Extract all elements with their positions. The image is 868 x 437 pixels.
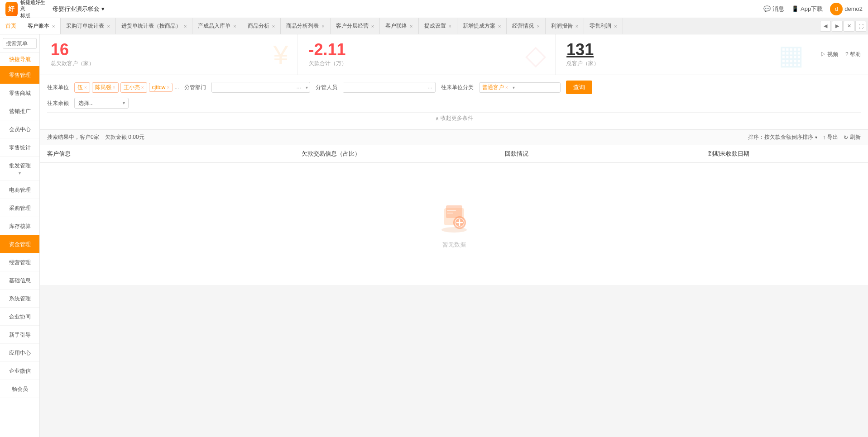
sidebar-item-basic-info[interactable]: 基础信息 (0, 271, 39, 290)
filter-tag-wang[interactable]: 王小亮 × (120, 82, 147, 93)
close-icon[interactable]: × (614, 24, 617, 29)
filter-tag-wu[interactable]: 伍 × (74, 82, 90, 93)
filter-category-input[interactable]: 普通客户 × ▾ (479, 82, 561, 93)
tab-operation[interactable]: 经营情况 × (507, 18, 545, 34)
tab-goods-analysis[interactable]: 商品分析 × (242, 18, 281, 34)
close-icon[interactable]: × (449, 24, 451, 29)
close-icon[interactable]: × (537, 24, 539, 29)
svg-rect-6 (447, 213, 453, 214)
sidebar-item-label: 零售商城 (3, 90, 37, 97)
filter-person-input[interactable]: ··· (343, 82, 436, 93)
avatar: d (830, 3, 843, 15)
sidebar-item-system[interactable]: 系统管理 (0, 290, 39, 308)
filter-dept-input[interactable]: ··· ▾ (211, 82, 310, 93)
sort-select[interactable]: 排序：按欠款金额倒序排序 ▾ (748, 133, 817, 141)
sidebar-item-changhui[interactable]: 畅会员 (0, 380, 39, 398)
tab-customer-contact[interactable]: 客户联络 × (380, 18, 418, 34)
tab-commission-settings[interactable]: 提成设置 × (419, 18, 457, 34)
query-button[interactable]: 查询 (566, 81, 592, 94)
logo-icon: 好 (5, 2, 18, 16)
more-options-icon[interactable]: ··· (425, 84, 435, 91)
sidebar-item-newbie[interactable]: 新手引导 (0, 326, 39, 344)
close-icon[interactable]: × (167, 85, 170, 90)
close-icon[interactable]: × (321, 24, 324, 29)
filter-label-balance: 往来余额 (47, 100, 69, 107)
sidebar-item-member-center[interactable]: 会员中心 (0, 120, 39, 138)
tab-purchase-order[interactable]: 采购订单统计表 × (61, 18, 115, 34)
tab-new-commission[interactable]: 新增提成方案 × (457, 18, 507, 34)
filter-balance-select[interactable]: 选择... (74, 98, 129, 109)
person-input-field[interactable] (343, 82, 425, 92)
tab-label: 采购订单统计表 (66, 22, 104, 30)
search-input[interactable] (3, 38, 37, 49)
close-icon[interactable]: × (184, 24, 187, 29)
sidebar-item-purchase[interactable]: 采购管理 (0, 199, 39, 217)
sidebar-item-marketing[interactable]: 营销推广 (0, 102, 39, 120)
close-icon[interactable]: × (498, 24, 501, 29)
message-action[interactable]: 💬 消息 (763, 5, 784, 13)
sidebar-item-finance[interactable]: 资金管理 (0, 235, 39, 253)
tab-retail-profit[interactable]: 零售利润 × (584, 18, 623, 34)
main-layout: 快捷导航 零售管理 零售商城 营销推广 会员中心 零售统计 批发管理 ▾ 电商管… (0, 34, 868, 437)
collapse-button[interactable]: ∧ 收起更多条件 (435, 114, 473, 122)
sidebar-item-retail-mall[interactable]: 零售商城 (0, 84, 39, 102)
stat-content-2: -2.11 欠款合计（万） (309, 42, 347, 67)
top-bar-right: 💬 消息 📱 App下载 d demo2 (763, 3, 863, 15)
tab-goods-analysis-list[interactable]: 商品分析列表 × (281, 18, 330, 34)
tab-product-warehouse[interactable]: 产成品入库单 × (192, 18, 242, 34)
sidebar-item-operations[interactable]: 经营管理 (0, 253, 39, 271)
filter-more-tags[interactable]: ... (174, 84, 179, 90)
tab-home[interactable]: 首页 (0, 18, 22, 34)
close-icon[interactable]: × (410, 24, 412, 29)
close-icon[interactable]: × (233, 24, 236, 29)
video-link[interactable]: ▷ 视频 (820, 51, 838, 58)
tab-goods-stat[interactable]: 进货单统计表（按商品） × (116, 18, 192, 34)
tab-customer-account[interactable]: 客户账本 × (22, 18, 61, 34)
nav-tabs-controls: ◀ ▶ ✕ ⛶ (818, 18, 868, 34)
tab-label: 客户联络 (385, 22, 407, 30)
sidebar-item-inventory[interactable]: 库存核算 (0, 217, 39, 235)
refresh-button[interactable]: ↻ 刷新 (844, 133, 861, 141)
nav-next-button[interactable]: ▶ (832, 21, 843, 32)
close-icon[interactable]: × (113, 85, 115, 90)
close-icon[interactable]: × (107, 24, 110, 29)
sidebar-item-label: 零售统计 (3, 144, 37, 152)
nav-expand-button[interactable]: ⛶ (855, 21, 866, 32)
sidebar-item-retail-mgmt[interactable]: 零售管理 (0, 66, 39, 84)
nav-close-all-button[interactable]: ✕ (844, 21, 854, 32)
help-link[interactable]: ? 帮助 (845, 51, 861, 58)
stat-bg-building-icon: ▦ (778, 39, 804, 71)
dept-input-field[interactable] (212, 82, 293, 92)
export-button[interactable]: ↑ 导出 (823, 133, 838, 141)
user-profile[interactable]: d demo2 (830, 3, 863, 15)
close-icon[interactable]: × (141, 85, 144, 90)
system-select[interactable]: 母婴行业演示帐套 ▾ (49, 3, 108, 15)
tab-customer-layer[interactable]: 客户分层经营 × (331, 18, 380, 34)
app-download-action[interactable]: 📱 App下载 (791, 5, 823, 13)
close-icon[interactable]: × (575, 24, 578, 29)
close-icon[interactable]: × (505, 85, 508, 90)
close-icon[interactable]: × (52, 24, 55, 29)
sidebar-item-enterprise[interactable]: 企业协同 (0, 308, 39, 326)
stat-label-debt: 欠款合计（万） (309, 60, 347, 67)
sidebar-item-ecommerce[interactable]: 电商管理 (0, 181, 39, 199)
tab-label: 经营情况 (512, 22, 534, 30)
sidebar-item-app-center[interactable]: 应用中心 (0, 344, 39, 362)
sidebar-item-enterprise-wechat[interactable]: 企业微信 (0, 362, 39, 380)
sidebar-item-wholesale[interactable]: 批发管理 ▾ (0, 157, 39, 181)
tab-profit-report[interactable]: 利润报告 × (546, 18, 584, 34)
close-icon[interactable]: × (84, 85, 87, 90)
nav-prev-button[interactable]: ◀ (820, 21, 831, 32)
close-icon[interactable]: × (272, 24, 275, 29)
close-icon[interactable]: × (371, 24, 374, 29)
more-options-icon[interactable]: ··· (293, 84, 304, 91)
filter-tag-chen[interactable]: 陈民强 × (92, 82, 119, 93)
tab-label: 商品分析 (248, 22, 269, 30)
sidebar-item-label: 库存核算 (3, 223, 37, 230)
sidebar-item-retail-stats[interactable]: 零售统计 (0, 138, 39, 157)
sidebar-quick-nav[interactable]: 快捷导航 (0, 53, 39, 66)
play-icon: ▷ (820, 51, 826, 57)
filter-row-1: 往来单位 伍 × 陈民强 × 王小亮 × cjttcw (47, 81, 861, 94)
filter-tag-cjttcw[interactable]: cjttcw × (149, 83, 173, 92)
top-bar-left: 好 畅捷通好生意 标版 母婴行业演示帐套 ▾ (5, 0, 108, 19)
